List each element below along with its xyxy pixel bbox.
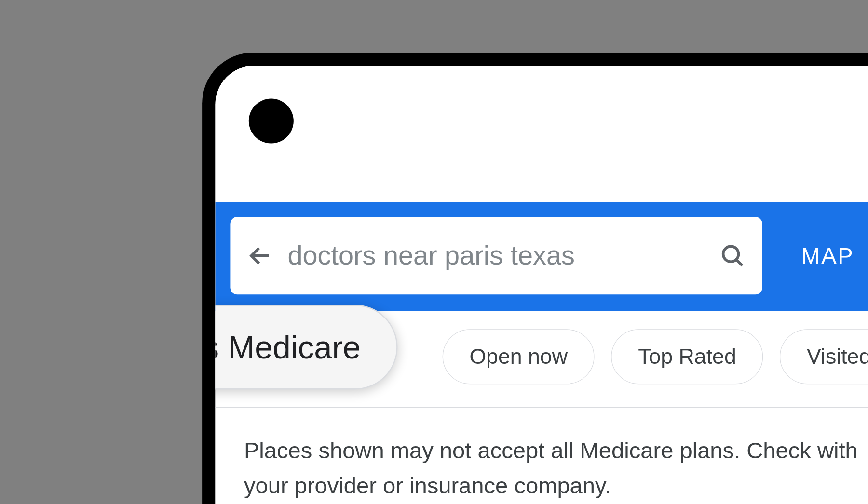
svg-point-1 (723, 246, 739, 262)
phone-frame: MAP Accepts Medicare Open now Top Rated … (202, 53, 868, 504)
filter-chip-accepts-medicare[interactable]: Accepts Medicare (215, 305, 397, 389)
search-input[interactable] (273, 240, 719, 271)
filter-chip-open-now[interactable]: Open now (443, 329, 595, 384)
status-bar (215, 66, 868, 202)
search-icon[interactable] (719, 242, 746, 269)
filter-chip-visited[interactable]: Visited (780, 329, 868, 384)
camera-cutout (249, 99, 294, 144)
map-toggle-button[interactable]: MAP (780, 243, 854, 268)
svg-line-2 (736, 260, 743, 266)
filter-chip-top-rated[interactable]: Top Rated (611, 329, 763, 384)
back-arrow-icon[interactable] (247, 242, 273, 269)
phone-screen: MAP Accepts Medicare Open now Top Rated … (215, 66, 868, 504)
search-box[interactable] (230, 217, 762, 294)
search-header: MAP (215, 202, 868, 311)
disclaimer-text: Places shown may not accept all Medicare… (215, 408, 868, 504)
